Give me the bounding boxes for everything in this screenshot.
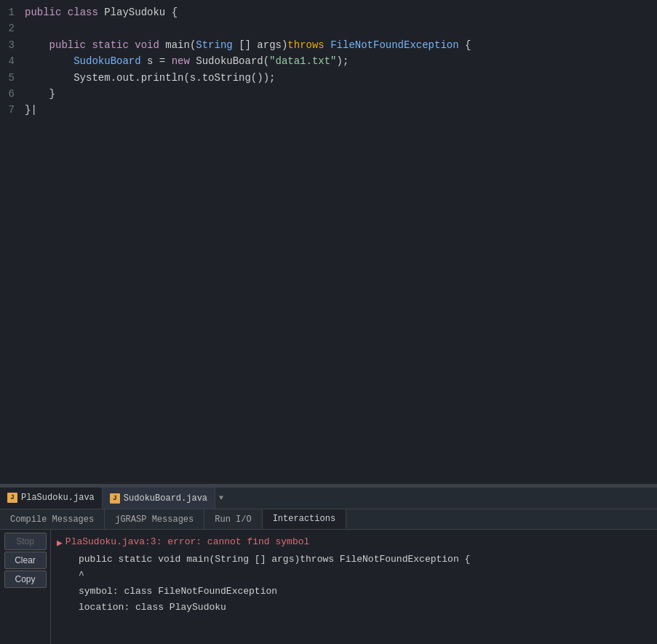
error-location: location: class PlaySudoku bbox=[79, 600, 651, 616]
file-tab-label: PlaSudoku.java bbox=[21, 493, 95, 503]
file-tabs: J PlaSudoku.java J SudokuBoard.java ▼ bbox=[0, 488, 657, 509]
java-icon: J bbox=[7, 493, 17, 503]
error-code-line: public static void main(String [] args)t… bbox=[79, 552, 651, 568]
stop-button[interactable]: Stop bbox=[4, 533, 47, 550]
clear-button[interactable]: Clear bbox=[4, 552, 47, 569]
java-icon-2: J bbox=[110, 493, 120, 504]
error-arrow-icon: ▶ bbox=[57, 536, 63, 552]
file-tab-label-2: SudokuBoard.java bbox=[124, 493, 207, 504]
message-content[interactable]: ▶ PlaSudoku.java:3: error: cannot find s… bbox=[51, 530, 657, 644]
error-symbol: symbol: class FileNotFoundException bbox=[79, 584, 651, 600]
tab-jgrasp-messages[interactable]: jGRASP Messages bbox=[105, 509, 204, 529]
file-tab-sudokuboard[interactable]: J SudokuBoard.java bbox=[103, 488, 215, 509]
tab-run-io[interactable]: Run I/O bbox=[204, 509, 262, 529]
line-numbers: 1 2 3 4 5 6 7 bbox=[0, 4, 22, 480]
tab-arrow: ▼ bbox=[215, 488, 227, 509]
error-main-text: PlaSudoku.java:3: error: cannot find sym… bbox=[65, 534, 309, 550]
message-panel-body: Stop Clear Copy ▶ PlaSudoku.java:3: erro… bbox=[0, 530, 657, 644]
error-caret: ^ bbox=[79, 568, 651, 584]
file-tab-playsudoku[interactable]: J PlaSudoku.java bbox=[0, 488, 103, 509]
message-tabs: Compile Messages jGRASP Messages Run I/O… bbox=[0, 509, 657, 530]
copy-button[interactable]: Copy bbox=[4, 571, 47, 588]
sidebar-buttons: Stop Clear Copy bbox=[0, 530, 51, 644]
error-main-line: ▶ PlaSudoku.java:3: error: cannot find s… bbox=[57, 534, 651, 552]
code-content[interactable]: public class PlaySudoku { public static … bbox=[22, 4, 657, 480]
code-editor: 1 2 3 4 5 6 7 public class PlaySudoku { … bbox=[0, 0, 657, 484]
tab-compile-messages[interactable]: Compile Messages bbox=[0, 509, 105, 529]
tab-interactions[interactable]: Interactions bbox=[263, 509, 346, 529]
bottom-panel: J PlaSudoku.java J SudokuBoard.java ▼ Co… bbox=[0, 488, 657, 644]
